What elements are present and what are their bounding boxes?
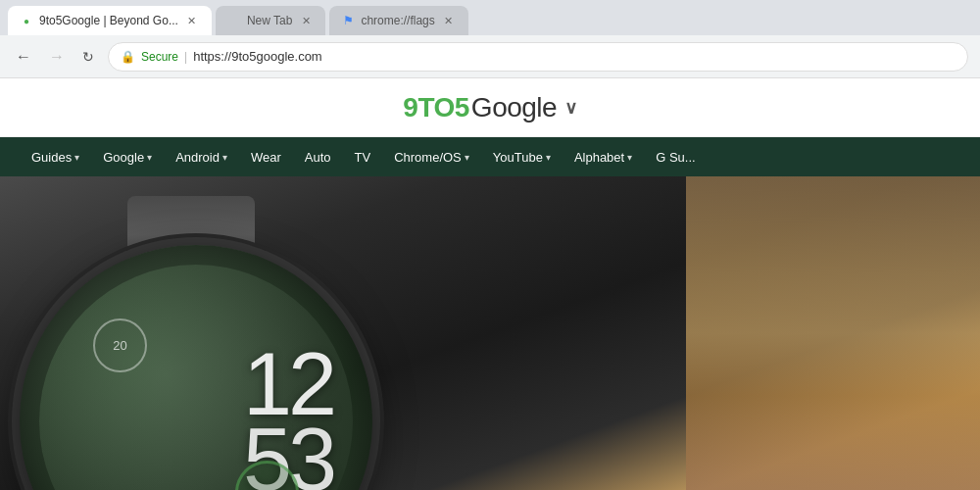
nav-item-tv[interactable]: TV — [343, 137, 383, 176]
tab-favicon-flags: ⚑ — [341, 14, 355, 27]
nav-item-wear[interactable]: Wear — [239, 137, 293, 176]
alphabet-dropdown-icon: ▾ — [627, 152, 632, 163]
tab-label-flags: chrome://flags — [361, 14, 434, 27]
title-bar: ● 9to5Google | Beyond Go... ✕ New Tab ✕ … — [0, 0, 980, 35]
watch-container: 20 12 53 — [0, 196, 568, 490]
watch-case: 20 12 53 — [20, 245, 372, 490]
tab-new[interactable]: New Tab ✕ — [216, 6, 325, 35]
logo-dropdown-icon[interactable]: ∨ — [564, 97, 577, 119]
browser-frame: ● 9to5Google | Beyond Go... ✕ New Tab ✕ … — [0, 0, 980, 490]
watch-date-circle: 20 — [93, 318, 147, 372]
nav-item-android[interactable]: Android ▾ — [164, 137, 239, 176]
reload-button[interactable]: ↻ — [78, 47, 98, 67]
hero-section: 20 12 53 — [0, 176, 980, 490]
chromeos-dropdown-icon: ▾ — [465, 152, 469, 163]
tab-label-9to5: 9to5Google | Beyond Go... — [39, 14, 178, 27]
tab-close-flags[interactable]: ✕ — [441, 13, 457, 28]
guides-dropdown-icon: ▾ — [74, 152, 79, 163]
nav-item-chromeos[interactable]: Chrome/OS ▾ — [382, 137, 481, 176]
google-dropdown-icon: ▾ — [147, 152, 152, 163]
secure-label: Secure — [141, 50, 178, 64]
url-bar[interactable]: 🔒 Secure | https://9to5google.com — [108, 42, 968, 72]
nav-item-google[interactable]: Google ▾ — [91, 137, 164, 176]
nav-item-auto[interactable]: Auto — [293, 137, 343, 176]
watch-face: 20 12 53 — [39, 265, 353, 490]
tab-9to5google[interactable]: ● 9to5Google | Beyond Go... ✕ — [8, 6, 212, 35]
forward-button[interactable]: → — [45, 45, 69, 69]
nav-item-youtube[interactable]: YouTube ▾ — [481, 137, 563, 176]
tab-label-new: New Tab — [247, 14, 292, 27]
secure-icon: 🔒 — [121, 50, 135, 64]
tab-favicon-9to5: ● — [20, 14, 33, 27]
url-separator: | — [184, 50, 187, 64]
tab-flags[interactable]: ⚑ chrome://flags ✕ — [329, 6, 467, 35]
site-navigation: Guides ▾ Google ▾ Android ▾ Wear Auto TV… — [0, 137, 980, 176]
tab-close-new[interactable]: ✕ — [298, 13, 314, 28]
tab-favicon-new — [227, 14, 241, 27]
url-text: https://9to5google.com — [193, 49, 322, 64]
back-button[interactable]: ← — [12, 45, 35, 69]
address-bar: ← → ↻ 🔒 Secure | https://9to5google.com — [0, 35, 980, 78]
wood-texture — [686, 176, 980, 490]
hero-image: 20 12 53 — [0, 176, 980, 490]
nav-item-guides[interactable]: Guides ▾ — [20, 137, 91, 176]
nav-item-alphabet[interactable]: Alphabet ▾ — [563, 137, 644, 176]
site-header: 9TO5 Google ∨ — [0, 78, 980, 137]
android-dropdown-icon: ▾ — [222, 152, 227, 163]
nav-item-gsuite[interactable]: G Su... — [644, 137, 707, 176]
watch-date-number: 20 — [113, 338, 126, 353]
site-logo: 9TO5 Google ∨ — [403, 92, 576, 123]
tab-close-9to5[interactable]: ✕ — [184, 13, 200, 28]
logo-suffix: Google — [471, 92, 557, 123]
logo-prefix: 9TO5 — [403, 92, 469, 123]
website-content: 9TO5 Google ∨ Guides ▾ Google ▾ Android … — [0, 78, 980, 490]
youtube-dropdown-icon: ▾ — [546, 152, 551, 163]
